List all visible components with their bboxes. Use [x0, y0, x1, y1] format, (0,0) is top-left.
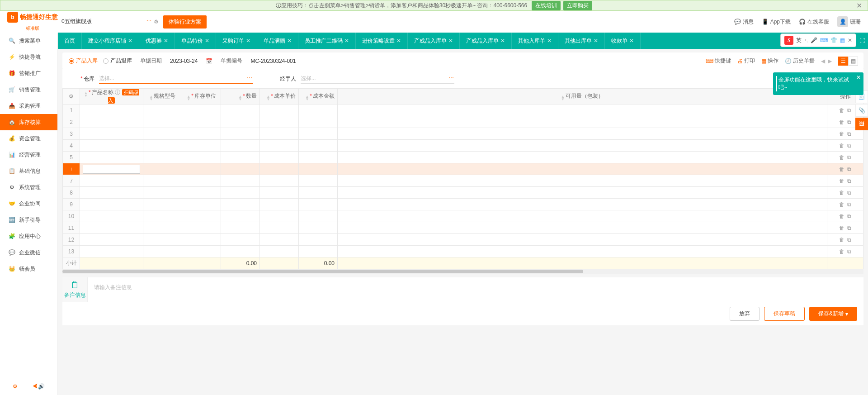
row-copy-icon[interactable]: ⧉ — [847, 107, 851, 114]
radio-product-return[interactable]: 产品退库 — [103, 57, 132, 65]
prev-icon[interactable]: ◀ — [821, 58, 825, 64]
tab-11[interactable]: 其他出库单✕ — [558, 33, 605, 49]
org-selector[interactable]: 0五组旗舰版 ﹀ — [61, 18, 152, 26]
row-copy-icon[interactable]: ⧉ — [847, 201, 851, 208]
warehouse-select[interactable]: 选择... ⋯ — [99, 74, 253, 84]
table-row[interactable]: +🗑⧉ — [63, 163, 863, 175]
table-row[interactable]: 7🗑⧉ — [63, 175, 863, 187]
tab-6[interactable]: 员工推广二维码✕ — [298, 33, 356, 49]
horizontal-scrollbar[interactable] — [62, 269, 863, 274]
table-row[interactable]: 3🗑⧉ — [63, 128, 863, 140]
sidebar-item-11[interactable]: 🆕新手引导 — [0, 212, 57, 228]
rail-clip-icon[interactable]: 📎 — [855, 104, 868, 117]
col-avail[interactable]: ▲▼可用量（包装） — [338, 89, 827, 105]
promo-buy-button[interactable]: 立即购买 — [563, 1, 592, 10]
table-row[interactable]: 4🗑⧉ — [63, 140, 863, 152]
table-row[interactable]: 5🗑⧉ — [63, 152, 863, 163]
row-copy-icon[interactable]: ⧉ — [847, 225, 851, 231]
tab-4[interactable]: 采购订单✕ — [216, 33, 257, 49]
tab-3[interactable]: 单品特价✕ — [175, 33, 216, 49]
tab-1[interactable]: 建立小程序店铺✕ — [82, 33, 139, 49]
history-button[interactable]: 🕘历史单据 — [785, 57, 815, 65]
ime-skin-icon[interactable]: 👕 — [830, 37, 837, 43]
rail-image-icon[interactable]: 🖼 — [855, 118, 868, 130]
row-copy-icon[interactable]: ⧉ — [847, 131, 851, 137]
row-copy-icon[interactable]: ⧉ — [847, 237, 851, 243]
row-delete-icon[interactable]: 🗑 — [839, 237, 844, 243]
ime-mic-icon[interactable]: 🎤 — [811, 37, 817, 43]
col-amount[interactable]: ▲▼*成本金额 — [299, 89, 338, 105]
ime-toolbar[interactable]: S 英 •, 🎤 ⌨ 👕 ▦ ✕ — [780, 33, 856, 47]
tab-close-icon[interactable]: ✕ — [629, 38, 634, 44]
promo-train-button[interactable]: 在线培训 — [532, 1, 561, 10]
row-delete-icon[interactable]: 🗑 — [839, 225, 844, 231]
row-delete-icon[interactable]: 🗑 — [839, 107, 844, 114]
col-unit[interactable]: ▲▼*库存单位 — [182, 89, 221, 105]
row-delete-icon[interactable]: 🗑 — [839, 213, 844, 219]
next-icon[interactable]: ▶ — [828, 58, 832, 64]
sidebar-item-5[interactable]: 🏠库存核算 — [0, 114, 57, 130]
row-delete-icon[interactable]: 🗑 — [839, 166, 844, 172]
view-list-icon[interactable]: ☰ — [838, 57, 848, 66]
sidebar-item-3[interactable]: 🛒销售管理 — [0, 81, 57, 98]
tab-9[interactable]: 产成品入库单✕ — [460, 33, 512, 49]
table-row[interactable]: 12🗑⧉ — [63, 234, 863, 246]
tab-0[interactable]: 首页 — [58, 33, 82, 49]
promo-close-icon[interactable]: ✕ — [856, 1, 862, 10]
sidebar-item-8[interactable]: 📋基础信息 — [0, 163, 57, 179]
tooltip-close-icon[interactable]: ✕ — [856, 74, 861, 81]
table-row[interactable]: 8🗑⧉ — [63, 187, 863, 199]
remark-input[interactable]: 请输入备注信息 — [88, 277, 863, 302]
col-name[interactable]: ▲▼*产品名称 ⓘ扫码录入 — [80, 89, 143, 105]
row-copy-icon[interactable]: ⧉ — [847, 213, 851, 219]
row-copy-icon[interactable]: ⧉ — [847, 143, 851, 149]
save-new-button[interactable]: 保存&新增▾ — [809, 307, 857, 321]
add-row-button[interactable]: + — [63, 163, 80, 175]
view-card-icon[interactable]: ▤ — [848, 57, 858, 66]
tab-close-icon[interactable]: ✕ — [246, 38, 250, 44]
tab-10[interactable]: 其他入库单✕ — [512, 33, 558, 49]
tab-close-icon[interactable]: ✕ — [205, 38, 209, 44]
row-delete-icon[interactable]: 🗑 — [839, 201, 844, 208]
print-button[interactable]: 🖨打印 — [737, 57, 755, 65]
table-row[interactable]: 11🗑⧉ — [63, 222, 863, 234]
row-copy-icon[interactable]: ⧉ — [847, 178, 851, 184]
sidebar-item-12[interactable]: 🧩应用中心 — [0, 228, 57, 244]
sidebar-item-0[interactable]: 🔍搜索菜单 — [0, 33, 57, 49]
col-gear[interactable]: ⚙ — [63, 89, 80, 105]
tab-12[interactable]: 收款单✕ — [605, 33, 641, 49]
sidebar-item-13[interactable]: 💬企业微信 — [0, 244, 57, 261]
handler-select[interactable]: 选择... ⋯ — [301, 74, 454, 84]
row-copy-icon[interactable]: ⧉ — [847, 248, 851, 255]
tab-close-icon[interactable]: ✕ — [344, 38, 349, 44]
sidebar-item-2[interactable]: 🎁营销推广 — [0, 65, 57, 81]
save-draft-button[interactable]: 保存草稿 — [764, 307, 805, 321]
operations-button[interactable]: ▦操作 — [761, 57, 778, 65]
row-delete-icon[interactable]: 🗑 — [839, 154, 844, 161]
table-row[interactable]: 9🗑⧉ — [63, 199, 863, 210]
collapse-icon[interactable]: ⮜🔊 — [33, 383, 45, 390]
date-value[interactable]: 2023-03-24 — [170, 58, 198, 64]
tab-close-icon[interactable]: ✕ — [287, 38, 292, 44]
new-row-name-input[interactable] — [83, 165, 140, 174]
row-delete-icon[interactable]: 🗑 — [839, 248, 844, 255]
tab-close-icon[interactable]: ✕ — [164, 38, 168, 44]
sidebar-item-6[interactable]: 💰资金管理 — [0, 130, 57, 147]
row-copy-icon[interactable]: ⧉ — [847, 154, 851, 161]
tab-close-icon[interactable]: ✕ — [500, 38, 505, 44]
tab-7[interactable]: 进价策略设置✕ — [356, 33, 408, 49]
customer-service-link[interactable]: 🎧在线客服 — [799, 18, 829, 26]
sidebar-item-4[interactable]: 📥采购管理 — [0, 98, 57, 114]
tab-close-icon[interactable]: ✕ — [448, 38, 453, 44]
row-delete-icon[interactable]: 🗑 — [839, 143, 844, 149]
table-row[interactable]: 1🗑⧉ — [63, 105, 863, 116]
row-delete-icon[interactable]: 🗑 — [839, 190, 844, 196]
radio-product-in[interactable]: 产品入库 — [69, 57, 98, 65]
app-download-link[interactable]: 📱App下载 — [762, 18, 791, 26]
col-spec[interactable]: ▲▼规格型号 — [143, 89, 182, 105]
sidebar-item-14[interactable]: 👑畅会员 — [0, 261, 57, 277]
table-row[interactable]: 2🗑⧉ — [63, 116, 863, 128]
ime-keyboard-icon[interactable]: ⌨ — [820, 37, 828, 43]
sidebar-item-7[interactable]: 📊经营管理 — [0, 147, 57, 163]
sidebar-item-1[interactable]: ⚡快捷导航 — [0, 49, 57, 65]
